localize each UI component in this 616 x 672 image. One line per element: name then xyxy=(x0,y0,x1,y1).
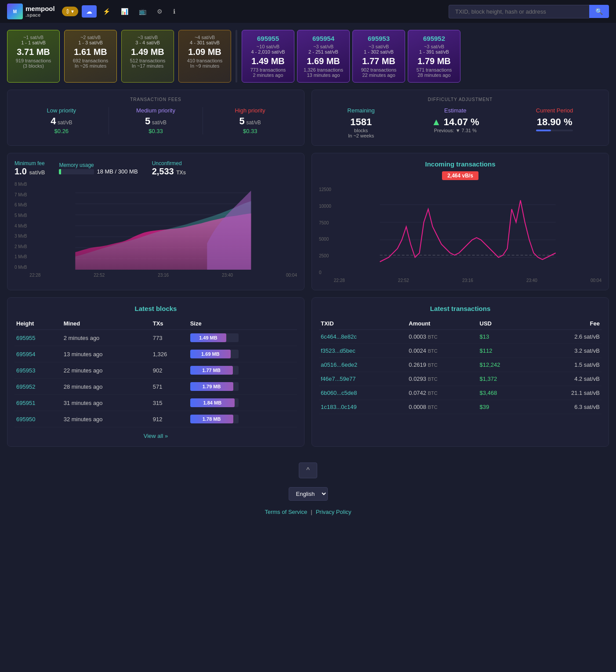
diff-cur-val: 18.90 % xyxy=(536,116,573,128)
tx-txid-link[interactable]: 6c464...8e82c xyxy=(319,330,407,344)
block-size: 1.78 MB xyxy=(188,411,297,427)
footer-scroll: ^ xyxy=(0,454,616,483)
low-fee-sat: 4 sat/vB xyxy=(14,116,109,127)
tx-amount: 0.0024 BTC xyxy=(407,344,478,358)
low-sat-unit: sat/vB xyxy=(58,119,72,126)
block-height-link[interactable]: 695950 xyxy=(14,411,62,427)
diff-progress-wrap xyxy=(536,130,573,131)
main-content: TRANSACTION FEES Low priority 4 sat/vB $… xyxy=(0,83,616,454)
tx-txid-link[interactable]: 1c183...0c149 xyxy=(319,400,407,414)
bitcoin-button[interactable]: ₿ ▾ xyxy=(62,7,78,16)
mempool-y-axis: 8 MvB 7 MvB 6 MvB 5 MvB 4 MvB 3 MvB 2 Mv… xyxy=(14,182,29,270)
recent-block-0[interactable]: 695955 ~10 sat/vB 4 - 2,010 sat/vB 1.49 … xyxy=(242,30,294,83)
table-row: f46e7...59e77 0.0293 BTC $1,372 4.2 sat/… xyxy=(319,372,602,386)
latest-blocks-panel: Latest blocks Height Mined TXs Size 6959… xyxy=(7,297,304,447)
block-mined: 28 minutes ago xyxy=(62,379,151,395)
mempool-block-3[interactable]: ~4 sat/vB 4 - 301 sat/vB 1.09 MB 410 tra… xyxy=(178,30,231,83)
lightning-button[interactable]: ⚡ xyxy=(98,5,115,18)
mempool-block-0[interactable]: ~1 sat/vB 1 - 1 sat/vB 3.71 MB 919 trans… xyxy=(7,30,60,83)
block-mined: 31 minutes ago xyxy=(62,395,151,411)
mempool-chart-svg-wrap: 22:28 22:52 23:16 23:40 00:04 xyxy=(29,182,297,278)
blocks-row: ~1 sat/vB 1 - 1 sat/vB 3.71 MB 919 trans… xyxy=(0,23,616,83)
chart-button[interactable]: 📊 xyxy=(116,5,133,18)
mempool-chart-header: Minimum fee 1.0 sat/vB Memory usage 18 M… xyxy=(14,160,297,177)
table-row: 695955 2 minutes ago 773 1.49 MB xyxy=(14,330,297,346)
tx-txid-link[interactable]: f3523...d5bec xyxy=(319,344,407,358)
search-input[interactable] xyxy=(449,5,589,18)
diff-current: Current Period 18.90 % xyxy=(536,107,573,131)
latest-txs-title: Latest transactions xyxy=(319,305,602,312)
tx-fee: 4.2 sat/vB xyxy=(531,372,602,386)
col-fee: Fee xyxy=(531,318,602,330)
block-height-link[interactable]: 695954 xyxy=(14,346,62,362)
tx-txid-link[interactable]: f46e7...59e77 xyxy=(319,372,407,386)
incoming-y-axis: 12500 10000 7500 5000 2500 0 xyxy=(319,187,334,275)
low-sat-val: 4 xyxy=(51,116,56,126)
cloud-icon: ☁ xyxy=(86,8,92,15)
recent-block-2[interactable]: 695953 ~3 sat/vB 1 - 302 sat/vB 1.77 MB … xyxy=(352,30,405,83)
diff-progress-fill xyxy=(536,130,551,131)
col-txs: TXs xyxy=(151,318,188,330)
tx-amount: 0.0293 BTC xyxy=(407,372,478,386)
search-button[interactable]: 🔍 xyxy=(589,5,609,18)
block-height-link[interactable]: 695952 xyxy=(14,379,62,395)
diff-rem-val: 1581 xyxy=(348,116,375,128)
tx-txid-link[interactable]: a0516...6ede2 xyxy=(319,358,407,372)
blocks-table: Height Mined TXs Size 695955 2 minutes a… xyxy=(14,318,297,427)
min-fee-label: Minimum fee xyxy=(14,160,45,166)
footer-lang: English xyxy=(0,483,616,505)
table-row: 695952 28 minutes ago 571 1.79 MB xyxy=(14,379,297,395)
high-fee-sat: 5 sat/vB xyxy=(203,116,297,127)
block-height-link[interactable]: 695953 xyxy=(14,362,62,379)
tx-fee: 1.5 sat/vB xyxy=(531,358,602,372)
incoming-badge: 2,464 vB/s xyxy=(442,171,478,180)
block-txs: 315 xyxy=(151,395,188,411)
col-txid: TXID xyxy=(319,318,407,330)
recent-block-3[interactable]: 695952 ~3 sat/vB 1 - 391 sat/vB 1.79 MB … xyxy=(408,30,460,83)
settings-button[interactable]: ⚙ xyxy=(152,5,167,18)
scroll-up-button[interactable]: ^ xyxy=(299,462,317,478)
search-box: 🔍 xyxy=(449,5,609,18)
stats-row: TRANSACTION FEES Low priority 4 sat/vB $… xyxy=(7,90,609,146)
low-fee-usd: $0.26 xyxy=(14,128,109,134)
recent-block-1[interactable]: 695954 ~3 sat/vB 2 - 251 sat/vB 1.69 MB … xyxy=(297,30,350,83)
tx-amount: 0.2619 BTC xyxy=(407,358,478,372)
table-row: 695950 32 minutes ago 912 1.78 MB xyxy=(14,411,297,427)
high-fee-label: High priority xyxy=(203,107,297,114)
high-fee: High priority 5 sat/vB $0.33 xyxy=(203,107,297,134)
dashboard-button[interactable]: ☁ xyxy=(82,5,97,18)
info-button[interactable]: ℹ xyxy=(169,5,180,18)
terms-link[interactable]: Terms of Service xyxy=(265,509,307,515)
logo-text: mempool .space xyxy=(25,5,55,18)
block-height-link[interactable]: 695955 xyxy=(14,330,62,346)
tx-usd: $1,372 xyxy=(478,372,531,386)
col-mined: Mined xyxy=(62,318,151,330)
tx-amount: 0.0003 BTC xyxy=(407,330,478,344)
txs-table: TXID Amount USD Fee 6c464...8e82c 0.0003… xyxy=(319,318,602,414)
tx-txid-link[interactable]: 6b060...c5de8 xyxy=(319,386,407,400)
mem-usage-label: Memory usage xyxy=(59,162,138,168)
logo[interactable]: M mempool .space xyxy=(7,4,55,19)
med-fee-sat: 5 sat/vB xyxy=(109,116,203,127)
mem-usage-stat: Memory usage 18 MB / 300 MB xyxy=(59,162,138,175)
mempool-block-2[interactable]: ~3 sat/vB 3 - 4 sat/vB 1.49 MB 512 trans… xyxy=(121,30,174,83)
blocks-view-all-link[interactable]: View all » xyxy=(144,433,168,439)
language-select[interactable]: English xyxy=(289,487,328,501)
block-size: 1.84 MB xyxy=(188,395,297,411)
block-size: 1.79 MB xyxy=(188,379,297,395)
high-sat-unit: sat/vB xyxy=(246,119,261,126)
mempool-block-1[interactable]: ~2 sat/vB 1 - 3 sat/vB 1.61 MB 692 trans… xyxy=(64,30,117,83)
block-txs: 912 xyxy=(151,411,188,427)
block-height-link[interactable]: 695951 xyxy=(14,395,62,411)
table-row: 6c464...8e82c 0.0003 BTC $13 2.6 sat/vB xyxy=(319,330,602,344)
tv-button[interactable]: 📺 xyxy=(134,5,151,18)
block-mined: 13 minutes ago xyxy=(62,346,151,362)
tx-fee: 21.1 sat/vB xyxy=(531,386,602,400)
incoming-x-axis: 22:28 22:52 23:16 23:40 00:04 xyxy=(334,278,602,283)
diff-remaining: Remaining 1581 blocks In ~2 weeks xyxy=(348,107,375,138)
tx-usd: $112 xyxy=(478,344,531,358)
unconfirmed-stat: Unconfirmed 2,533 TXs xyxy=(152,160,186,177)
block-mined: 2 minutes ago xyxy=(62,330,151,346)
privacy-link[interactable]: Privacy Policy xyxy=(316,509,351,515)
gear-icon: ⚙ xyxy=(157,8,163,15)
